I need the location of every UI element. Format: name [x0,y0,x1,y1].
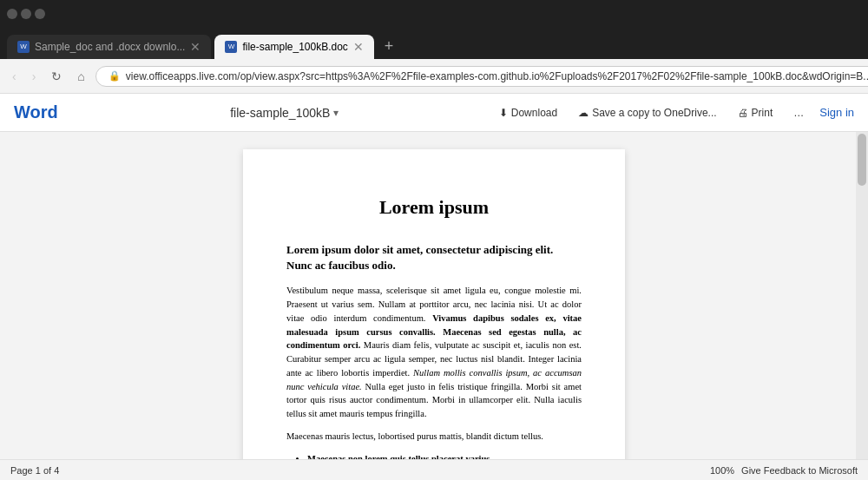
browser-titlebar [0,0,868,28]
minimize-dot [7,9,17,19]
status-right: 100% Give Feedback to Microsoft [710,465,858,476]
word-toolbar: Word file-sample_100kB ▾ ⬇ Download ☁ Sa… [0,94,868,132]
home-button[interactable]: ⌂ [72,66,89,87]
status-bar: Page 1 of 4 100% Give Feedback to Micros… [0,459,868,480]
close-dot [35,9,45,19]
download-label: Download [511,107,557,119]
save-to-onedrive-button[interactable]: ☁ Save a copy to OneDrive... [573,103,721,122]
window-controls [7,9,45,19]
print-icon: 🖨 [738,107,748,119]
download-button[interactable]: ⬇ Download [494,103,562,122]
save-label: Save a copy to OneDrive... [592,107,716,119]
tab2-label: file-sample_100kB.doc [242,41,347,53]
feedback-link[interactable]: Give Feedback to Microsoft [741,465,858,476]
tab-bar: W Sample_doc and .docx downlo... ✕ W fil… [0,28,868,59]
maximize-dot [21,9,31,19]
document-heading: Lorem ipsum dolor sit amet, consectetur … [286,242,582,273]
sign-in-button[interactable]: Sign in [819,106,854,119]
print-label: Print [752,107,773,119]
document-list: Maecenas non lorem quis tellus placerat … [307,452,582,459]
status-left: Page 1 of 4 [10,465,59,476]
tab2-favicon: W [225,41,237,53]
address-bar[interactable]: 🔒 view.officeapps.live.com/op/view.aspx?… [95,66,868,87]
list-item-1: Maecenas non lorem quis tellus placerat … [307,452,582,459]
forward-button[interactable]: › [27,66,42,87]
tab-active-2[interactable]: W file-sample_100kB.doc ✕ [214,35,373,59]
document-title: Lorem ipsum [286,193,582,221]
tab2-close-icon[interactable]: ✕ [353,40,364,54]
tab1-favicon: W [17,41,30,53]
new-tab-button[interactable]: + [378,34,401,59]
refresh-button[interactable]: ↻ [46,66,67,87]
nav-bar: ‹ › ↻ ⌂ 🔒 view.officeapps.live.com/op/vi… [0,59,868,94]
download-icon: ⬇ [499,107,508,119]
zoom-level: 100% [710,465,734,476]
scrollbar[interactable] [856,132,868,459]
tab1-close-icon[interactable]: ✕ [190,40,201,54]
document-paragraph-2: Maecenas mauris lectus, lobortised purus… [286,430,582,444]
document-area: Lorem ipsum Lorem ipsum dolor sit amet, … [0,132,868,459]
document-page: Lorem ipsum Lorem ipsum dolor sit amet, … [243,149,625,459]
more-icon: … [793,107,804,119]
document-paragraph-1: Vestibulum neque massa, scelerisque sit … [286,284,582,421]
filename-dropdown-icon[interactable]: ▾ [333,107,339,119]
list-item-1-text: Maecenas non lorem quis tellus placerat … [307,454,492,459]
filename-text: file-sample_100kB [230,106,330,120]
tab1-label: Sample_doc and .docx downlo... [35,41,185,53]
word-actions: ⬇ Download ☁ Save a copy to OneDrive... … [494,103,854,122]
filename-display: file-sample_100kB ▾ [76,106,494,120]
more-options-button[interactable]: … [788,103,809,122]
word-logo: Word [14,102,58,122]
page-info: Page 1 of 4 [10,465,59,476]
para2-text: Maecenas mauris lectus, lobortised purus… [286,431,543,441]
address-text: view.officeapps.live.com/op/view.aspx?sr… [126,70,868,82]
print-button[interactable]: 🖨 Print [733,103,779,122]
lock-icon: 🔒 [108,70,121,82]
tab-inactive-1[interactable]: W Sample_doc and .docx downlo... ✕ [7,35,211,59]
save-cloud-icon: ☁ [578,107,589,119]
back-button[interactable]: ‹ [7,66,22,87]
scrollbar-thumb[interactable] [858,134,866,186]
